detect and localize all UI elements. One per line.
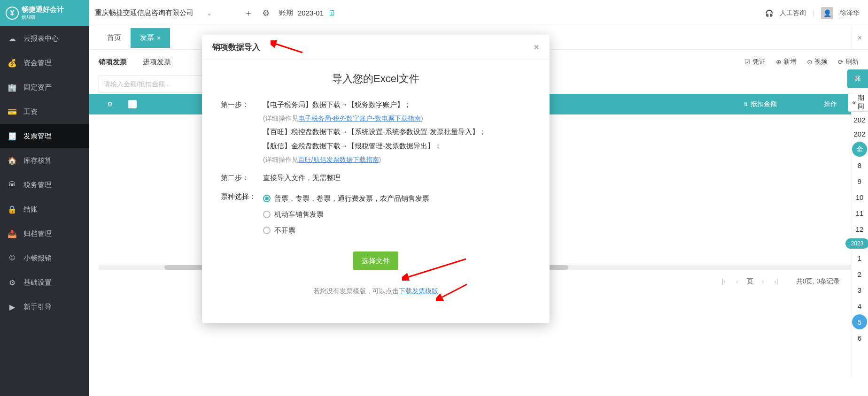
import-modal: 销项数据导入 × 导入您的Excel文件 第一步： 【电子税务局】数据下载→【税…	[202, 35, 550, 323]
radio-label: 不开票	[274, 223, 295, 237]
modal-heading: 导入您的Excel文件	[221, 69, 531, 89]
radio-option-none[interactable]: 不开票	[263, 223, 531, 237]
step1-line3: 【航信】金税盘数据下载→【报税管理-发票数据导出】；	[263, 139, 531, 153]
annotation-arrow	[402, 257, 468, 281]
svg-line-2	[440, 284, 467, 298]
svg-line-0	[273, 43, 302, 53]
type-label: 票种选择：	[221, 190, 263, 239]
radio-option-vehicle[interactable]: 机动车销售发票	[263, 207, 531, 221]
radio-icon	[263, 195, 271, 202]
download-template-link[interactable]: 下载发票模版	[399, 287, 438, 295]
svg-line-1	[406, 259, 466, 278]
step1-line2: 【百旺】税控盘数据下载→【系统设置-系统参数设置-发票批量导入】；	[263, 125, 531, 139]
step1-note2: (详细操作见百旺/航信发票数据下载指南)	[263, 153, 531, 166]
radio-label: 普票，专票，卷票，通行费发票，农产品销售发票	[274, 191, 429, 206]
step1-label: 第一步：	[221, 98, 263, 166]
modal-body: 导入您的Excel文件 第一步： 【电子税务局】数据下载→【税务数字账户】； (…	[202, 60, 550, 297]
select-file-button[interactable]: 选择文件	[353, 251, 398, 270]
step2-text: 直接导入文件，无需整理	[263, 171, 531, 185]
close-icon[interactable]: ×	[534, 42, 539, 53]
step2-label: 第二步：	[221, 171, 263, 185]
radio-icon	[263, 211, 271, 218]
annotation-arrow	[271, 40, 303, 54]
guide-link-bwhx[interactable]: 百旺/航信发票数据下载指南	[298, 156, 379, 163]
radio-icon	[263, 227, 271, 234]
modal-title: 销项数据导入	[212, 42, 260, 53]
radio-option-general[interactable]: 普票，专票，卷票，通行费发票，农产品销售发票	[263, 191, 531, 206]
radio-label: 机动车销售发票	[274, 207, 324, 221]
step1-line1: 【电子税务局】数据下载→【税务数字账户】；	[263, 98, 531, 112]
modal-footer: 若您没有发票模版，可以点击下载发票模版	[221, 284, 531, 297]
step1-note1: (详细操作见电子税务局-税务数字账户-数电票下载指南)	[263, 112, 531, 125]
guide-link-etax[interactable]: 电子税务局-税务数字账户-数电票下载指南	[298, 114, 421, 122]
annotation-arrow	[436, 282, 469, 301]
modal-header: 销项数据导入 ×	[202, 35, 550, 60]
